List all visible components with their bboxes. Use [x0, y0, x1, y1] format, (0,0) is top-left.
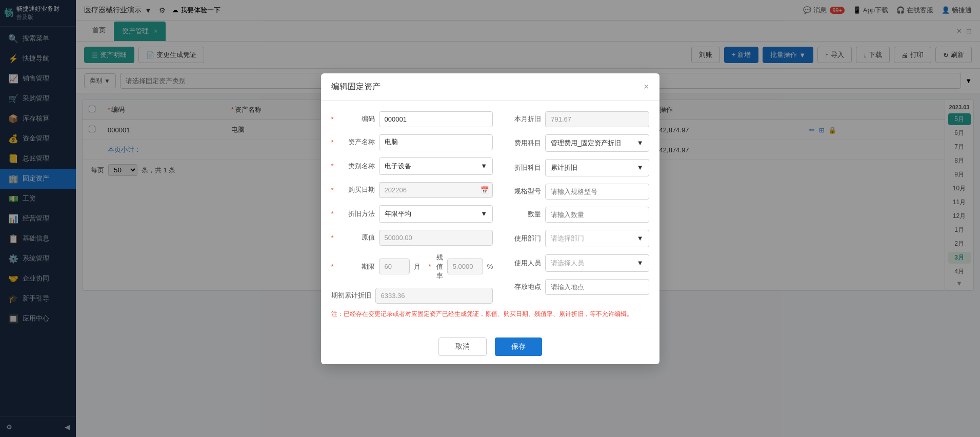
code-input[interactable]: [379, 111, 493, 127]
department-select[interactable]: 请选择部门 ▼: [545, 230, 649, 247]
initial-depreciation-input[interactable]: [375, 288, 493, 304]
user-select[interactable]: 请选择人员 ▼: [545, 254, 649, 272]
field-code: * 编码: [331, 111, 493, 127]
quantity-input[interactable]: [545, 207, 649, 223]
field-period: * 期限 月 * 残值率 %: [331, 253, 493, 281]
depreciation-method-arrow: ▼: [481, 210, 487, 217]
user-label: 使用人员: [505, 259, 541, 268]
field-purchase-date: * 购买日期 📅: [331, 182, 493, 198]
depreciation-account-select[interactable]: 累计折旧 ▼: [545, 159, 649, 176]
expense-account-value: 管理费用_固定资产折旧: [551, 138, 621, 148]
code-label: 编码: [339, 114, 375, 124]
initial-depreciation-label: 期初累计折旧: [331, 291, 371, 300]
field-category: * 类别名称 电子设备 ▼: [331, 157, 493, 175]
dialog-header: 编辑固定资产 ×: [321, 73, 659, 101]
expense-account-select[interactable]: 管理费用_固定资产折旧 ▼: [545, 134, 649, 152]
dialog-footer: 取消 保存: [321, 329, 659, 364]
save-button[interactable]: 保存: [495, 337, 542, 356]
field-depreciation-account: 折旧科目 累计折旧 ▼: [505, 159, 649, 176]
location-label: 存放地点: [505, 282, 541, 291]
field-monthly-depreciation: 本月折旧: [505, 111, 649, 127]
purchase-date-input[interactable]: [379, 182, 493, 198]
expense-account-arrow: ▼: [637, 139, 644, 147]
depreciation-account-arrow: ▼: [637, 164, 644, 171]
depreciation-account-label: 折旧科目: [505, 163, 541, 172]
form-col-right: 本月折旧 费用科目 管理费用_固定资产折旧 ▼ 折旧科目: [505, 111, 649, 304]
monthly-depreciation-label: 本月折旧: [505, 114, 541, 124]
residual-rate-input[interactable]: [447, 259, 483, 274]
asset-name-input[interactable]: [379, 134, 493, 150]
field-location: 存放地点: [505, 279, 649, 295]
category-label: 类别名称: [339, 162, 375, 171]
field-spec: 规格型号: [505, 184, 649, 200]
calendar-icon[interactable]: 📅: [481, 186, 489, 194]
residual-rate-unit: %: [487, 263, 493, 270]
category-arrow-icon: ▼: [481, 162, 487, 170]
category-value: 电子设备: [385, 162, 411, 171]
department-arrow: ▼: [637, 234, 644, 242]
user-arrow: ▼: [637, 259, 644, 267]
spec-label: 规格型号: [505, 187, 541, 196]
category-select[interactable]: 电子设备 ▼: [379, 157, 493, 175]
location-input[interactable]: [545, 279, 649, 295]
field-user: 使用人员 请选择人员 ▼: [505, 254, 649, 272]
depreciation-method-label: 折旧方法: [339, 209, 375, 218]
field-original-value: * 原值: [331, 230, 493, 246]
field-department: 使用部门 请选择部门 ▼: [505, 230, 649, 247]
depreciation-method-value: 年限平均: [385, 209, 411, 218]
purchase-date-label: 购买日期: [339, 185, 375, 194]
quantity-label: 数量: [505, 210, 541, 219]
period-label: 期限: [339, 262, 375, 271]
form-col-left: * 编码 * 资产名称 * 类别名称 电子: [331, 111, 493, 304]
form-grid: * 编码 * 资产名称 * 类别名称 电子: [331, 111, 649, 304]
original-value-input[interactable]: [379, 230, 493, 246]
edit-asset-dialog: 编辑固定资产 × * 编码 * 资产名称: [321, 73, 659, 364]
cancel-button[interactable]: 取消: [438, 337, 487, 356]
dialog-title: 编辑固定资产: [331, 82, 381, 92]
form-note: 注：已经存在变更记录或者对应固定资产已经生成凭证，原值、购买日期、残值率、累计折…: [331, 304, 649, 319]
department-placeholder: 请选择部门: [551, 234, 584, 243]
department-label: 使用部门: [505, 234, 541, 243]
dialog-overlay: 编辑固定资产 × * 编码 * 资产名称: [0, 0, 980, 437]
dialog-body: * 编码 * 资产名称 * 类别名称 电子: [321, 101, 659, 329]
original-value-label: 原值: [339, 233, 375, 242]
spec-input[interactable]: [545, 184, 649, 200]
depreciation-method-select[interactable]: 年限平均 ▼: [379, 205, 493, 223]
depreciation-account-value: 累计折旧: [551, 163, 577, 172]
asset-name-label: 资产名称: [339, 137, 375, 147]
user-placeholder: 请选择人员: [551, 259, 584, 268]
expense-account-label: 费用科目: [505, 138, 541, 148]
field-initial-depreciation: 期初累计折旧: [331, 288, 493, 304]
field-expense-account: 费用科目 管理费用_固定资产折旧 ▼: [505, 134, 649, 152]
period-input[interactable]: [379, 259, 410, 274]
field-depreciation-method: * 折旧方法 年限平均 ▼: [331, 205, 493, 223]
monthly-depreciation-input: [545, 111, 649, 127]
period-unit: 月: [414, 262, 421, 271]
dialog-close-btn[interactable]: ×: [644, 82, 649, 92]
field-asset-name: * 资产名称: [331, 134, 493, 150]
residual-rate-label: 残值率: [436, 253, 443, 281]
field-quantity: 数量: [505, 207, 649, 223]
